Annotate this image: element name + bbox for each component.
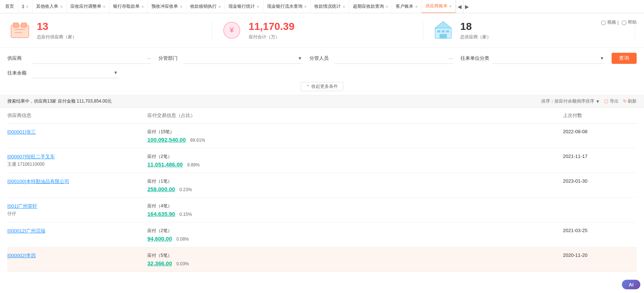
export-button[interactable]: ▢ 导出 — [604, 98, 618, 104]
close-icon[interactable]: × — [257, 4, 259, 9]
payable-cell-5: 应付（2笔） 94,600.00 0.08% — [147, 228, 563, 242]
category-dropdown-icon[interactable]: ▼ — [600, 56, 604, 61]
payable-pct-1: 89.61% — [190, 138, 205, 143]
supplier-link-5[interactable]: [000012]广州贝瑞 — [7, 228, 147, 234]
close-icon[interactable]: × — [449, 4, 452, 8]
nav-next-arrow[interactable]: ▶ — [463, 0, 470, 13]
circle-icon: ◯ — [601, 20, 606, 25]
nav-tab-home[interactable]: 首页 — [1, 0, 18, 13]
nav-tab-3-label: 3 — [22, 4, 24, 9]
svg-marker-12 — [435, 21, 451, 28]
nav-tab-3[interactable]: 3 × — [18, 0, 32, 13]
close-icon[interactable]: × — [218, 4, 221, 9]
supplier-sub-4: 仔仔 — [7, 211, 147, 217]
payable-row-5: 94,600.00 0.08% — [147, 235, 563, 242]
payable-amount-6[interactable]: 32,366.00 — [147, 260, 172, 266]
nav-tab-overdue[interactable]: 超期应收款查询 × — [349, 0, 392, 13]
payable-amount-1[interactable]: 100,092,540.00 — [147, 137, 186, 143]
stat-payable-total-content: 11,170.39 应付合计（万） — [249, 20, 295, 41]
nav-tab-collection-stat[interactable]: 收款情况统计 × — [311, 0, 349, 13]
separator: | — [617, 20, 619, 25]
payable-count-5: 应付（2笔） — [147, 228, 563, 234]
close-icon[interactable]: × — [343, 4, 345, 9]
filter-area: 供应商 ··· 分管部门 ▼ 分管人员 ··· 往来单位分类 — [0, 48, 644, 95]
supplier-dots-icon[interactable]: ··· — [147, 55, 151, 61]
supplier-cell-6: [000002]李四 — [7, 252, 147, 259]
refresh-button[interactable]: ↻ 刷新 — [623, 98, 637, 104]
payable-amount-3[interactable]: 258,000.00 — [147, 186, 175, 192]
nav-tab-cash-bank[interactable]: 现金银行统计 × — [225, 0, 263, 13]
supplier-input[interactable] — [32, 53, 147, 63]
supplier-cell-4: [001]广州荣轩 仔仔 — [7, 203, 147, 217]
payable-suppliers-icon — [9, 19, 31, 41]
payable-pct-4: 0.15% — [179, 212, 192, 217]
header-payable: 应付交易信息（占比） — [147, 112, 563, 119]
results-actions: 排序：按应付余额倒序排序 ▼ ▢ 导出 ↻ 刷新 — [541, 98, 637, 104]
nav-tab-collection[interactable]: 收款核销执行 × — [186, 0, 225, 13]
person-input-wrapper: ··· — [335, 53, 453, 64]
supplier-link-6[interactable]: [000002]李四 — [7, 252, 147, 259]
close-icon[interactable]: × — [26, 4, 28, 9]
payable-amount-5[interactable]: 94,600.00 — [147, 235, 172, 242]
payable-count-4: 应付（4笔） — [147, 203, 563, 209]
nav-tab-cash-bank-label: 现金银行统计 — [228, 3, 255, 10]
close-icon[interactable]: × — [180, 4, 182, 9]
nav-prev-arrow[interactable]: ◀ — [456, 0, 463, 13]
close-icon[interactable]: × — [304, 4, 307, 9]
table-row: [000001]张三 应付（15笔） 100,092,540.00 89.61%… — [7, 124, 637, 148]
nav-tab-cashflow[interactable]: 现金银行流水查询 × — [263, 0, 311, 13]
lastpay-cell-1: 2022-08-08 — [563, 129, 637, 134]
person-input[interactable] — [335, 53, 449, 63]
balance-dropdown-icon[interactable]: ▼ — [113, 70, 118, 75]
supplier-label: 供应商 — [7, 55, 29, 62]
payable-amount-4[interactable]: 164,635.90 — [147, 211, 175, 217]
close-icon[interactable]: × — [386, 4, 388, 9]
help-link[interactable]: 帮助 — [628, 19, 637, 25]
supplier-link-3[interactable]: [000100]本特勤油品有限公司 — [7, 178, 147, 185]
balance-input[interactable] — [32, 68, 112, 78]
nav-tab-customer-ledger[interactable]: 客户账本 × — [392, 0, 421, 13]
category-input[interactable] — [492, 53, 598, 63]
filter-dept: 分管部门 ▼ — [158, 53, 302, 64]
ai-badge[interactable]: Ai — [622, 280, 640, 289]
lastpay-date-2: 2021-11-17 — [563, 154, 588, 159]
category-input-wrapper: ▼ — [492, 53, 604, 64]
payable-cell-6: 应付（5笔） 32,366.00 0.03% — [147, 252, 563, 266]
payable-row-6: 32,366.00 0.03% — [147, 260, 563, 266]
close-icon[interactable]: × — [103, 4, 105, 9]
stat-total-suppliers-content: 18 总供应商（家） — [460, 20, 491, 41]
nav-tab-other-income[interactable]: 其他收入单 × — [32, 0, 66, 13]
lastpay-date-5: 2021-03-25 — [563, 228, 588, 233]
lastpay-cell-3: 2023-01-30 — [563, 178, 637, 184]
dept-dropdown-icon[interactable]: ▼ — [298, 56, 302, 61]
payable-cell-2: 应付（2笔） 11,051,486.00 9.89% — [147, 154, 563, 168]
payable-row-4: 164,635.90 0.15% — [147, 211, 563, 217]
person-dots-icon[interactable]: ··· — [449, 55, 453, 61]
supplier-link-1[interactable]: [000001]张三 — [7, 129, 147, 135]
lastpay-date-6: 2020-11-20 — [563, 252, 588, 258]
nav-tab-ar-adjust[interactable]: 应收应付调整单 × — [67, 0, 109, 13]
lastpay-date-3: 2023-01-30 — [563, 178, 588, 184]
payable-amount-2[interactable]: 11,051,486.00 — [147, 161, 183, 168]
query-button[interactable]: 查询 — [612, 53, 637, 64]
supplier-cell-1: [000001]张三 — [7, 129, 147, 135]
supplier-link-4[interactable]: [001]广州荣轩 — [7, 203, 147, 210]
video-link[interactable]: 视频 — [607, 19, 616, 25]
close-icon[interactable]: × — [60, 4, 62, 9]
svg-text:¥: ¥ — [229, 26, 234, 34]
supplier-cell-2: [000007]恒旺二手叉车 王通 17106110000 — [7, 154, 147, 168]
close-icon[interactable]: × — [415, 4, 417, 9]
table-header: 供应商信息 应付交易信息（占比） 上次付数 — [7, 108, 637, 124]
supplier-link-2[interactable]: [000007]恒旺二手叉车 — [7, 154, 147, 160]
dept-input[interactable] — [183, 53, 296, 63]
dept-input-wrapper: ▼ — [183, 53, 302, 64]
sort-dropdown[interactable]: 排序：按应付余额倒序排序 ▼ — [541, 98, 600, 104]
nav-tab-bank-deposit[interactable]: 银行存取款单 × — [109, 0, 148, 13]
filter-category: 往来单位分类 ▼ — [461, 53, 604, 64]
close-icon[interactable]: × — [141, 4, 144, 9]
collapse-button[interactable]: ⌃ 收起更多条件 — [301, 82, 343, 91]
nav-tab-supplier-ledger[interactable]: 供应商账本 × — [422, 0, 456, 13]
nav-tab-prepay[interactable]: 预收冲应收单 × — [148, 0, 186, 13]
stat-payable-total: ¥ 11,170.39 应付合计（万） — [212, 19, 424, 41]
filter-row-1: 供应商 ··· 分管部门 ▼ 分管人员 ··· 往来单位分类 — [7, 53, 637, 64]
